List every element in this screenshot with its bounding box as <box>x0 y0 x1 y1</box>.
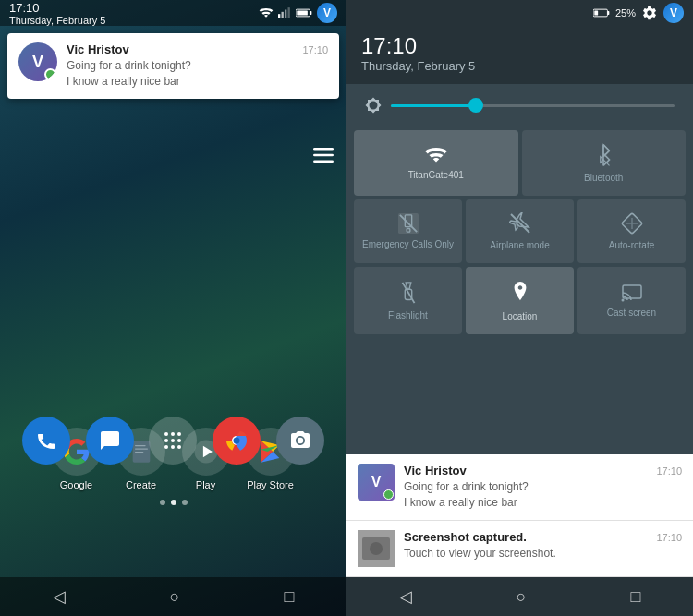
svg-point-16 <box>164 432 168 436</box>
dot-1 <box>160 500 165 505</box>
left-notif-header: Vic Hristov 17:10 <box>67 42 328 56</box>
right-notif-name-1: Vic Hristov <box>404 464 467 477</box>
right-notif-badge-1 <box>383 489 394 500</box>
tile-emergency[interactable]: Emergency Calls Only <box>354 199 462 263</box>
left-home-btn[interactable]: ○ <box>152 580 199 614</box>
left-panel: 17:10 Thursday, February 5 <box>0 0 346 616</box>
left-notif-message: Going for a drink tonight? I know a real… <box>67 58 328 90</box>
right-notif-avatar-1: V <box>358 464 395 501</box>
left-back-btn[interactable]: ◁ <box>34 579 84 614</box>
wifi-tile-icon <box>424 146 448 164</box>
right-panel: 25% V 17:10 Thursday, February 5 <box>346 0 693 616</box>
dock-messages[interactable] <box>86 417 134 465</box>
tile-cast[interactable]: Cast screen <box>578 267 686 334</box>
app-google-label: Google <box>60 479 92 490</box>
tiles-row-3: Flashlight Location <box>354 267 686 334</box>
tile-airplane[interactable]: Airplane mode <box>466 199 574 263</box>
tile-cast-label: Cast screen <box>607 308 656 318</box>
right-user-avatar[interactable]: V <box>663 3 684 23</box>
tile-flashlight[interactable]: Flashlight <box>354 267 462 334</box>
right-notif-card-2[interactable]: Screenshot captured. 17:10 Touch to view… <box>346 521 693 577</box>
right-notif-name-2: Screenshot captured. <box>404 530 527 544</box>
svg-rect-8 <box>313 148 334 151</box>
location-tile-icon <box>510 280 530 306</box>
right-notif-header-1: Vic Hristov 17:10 <box>404 464 682 477</box>
bluetooth-tile-icon <box>594 143 613 167</box>
svg-rect-39 <box>623 285 641 298</box>
left-notif-content: Vic Hristov 17:10 Going for a drink toni… <box>67 42 328 90</box>
tile-bluetooth[interactable]: Bluetooth <box>522 130 687 196</box>
right-status-icons: 25% V <box>593 3 684 23</box>
svg-point-21 <box>177 439 181 442</box>
svg-point-24 <box>177 445 181 449</box>
left-status-icons: V <box>259 3 337 23</box>
left-notif-avatar: V <box>18 42 57 81</box>
tile-emergency-label: Emergency Calls Only <box>362 239 454 249</box>
right-back-btn[interactable]: ◁ <box>381 579 431 614</box>
svg-rect-30 <box>594 10 598 15</box>
tile-bluetooth-label: Bluetooth <box>584 173 623 183</box>
svg-point-43 <box>370 542 383 555</box>
dot-3 <box>182 500 188 505</box>
right-notif-time-1: 17:10 <box>656 465 682 477</box>
dot-2 <box>171 500 176 505</box>
svg-rect-0 <box>278 14 280 18</box>
left-recents-btn[interactable]: □ <box>266 580 313 614</box>
left-notif-name: Vic Hristov <box>67 42 129 56</box>
svg-point-26 <box>234 438 240 444</box>
left-bottom-nav: ◁ ○ □ <box>0 577 346 616</box>
right-home-btn[interactable]: ○ <box>498 580 545 614</box>
tile-location[interactable]: Location <box>466 267 574 334</box>
svg-point-7 <box>47 71 54 78</box>
dock-camera[interactable] <box>276 417 324 465</box>
hamburger-icon[interactable] <box>313 148 334 163</box>
tiles-row-2: Emergency Calls Only Airplane mode <box>354 199 686 263</box>
svg-rect-9 <box>313 154 334 157</box>
right-notif-content-2: Screenshot captured. 17:10 Touch to view… <box>404 530 682 562</box>
tiles-area: TitanGate401 Bluetooth <box>346 127 693 454</box>
left-notif-time: 17:10 <box>302 44 328 55</box>
right-recents-btn[interactable]: □ <box>613 580 660 614</box>
svg-point-20 <box>171 439 175 442</box>
right-notif-avatar-2 <box>358 530 395 567</box>
svg-rect-3 <box>288 7 290 18</box>
right-battery-icon <box>593 7 610 18</box>
airplane-tile-icon <box>509 212 531 235</box>
svg-point-23 <box>171 445 175 449</box>
tile-autorotate[interactable]: Auto-rotate <box>578 199 686 263</box>
brightness-track[interactable] <box>391 104 675 107</box>
right-notif-content-1: Vic Hristov 17:10 Going for a drink toni… <box>404 464 682 511</box>
svg-rect-5 <box>310 11 311 15</box>
dots-indicator <box>160 500 188 505</box>
dock-chrome[interactable] <box>213 417 261 465</box>
tile-autorotate-label: Auto-rotate <box>609 240 654 250</box>
tile-wifi[interactable]: TitanGate401 <box>354 130 518 196</box>
right-notif-card-1[interactable]: V Vic Hristov 17:10 Going for a drink to… <box>346 454 693 521</box>
svg-rect-1 <box>282 12 284 18</box>
dock-apps[interactable] <box>149 417 197 465</box>
left-notification-card[interactable]: V Vic Hristov 17:10 Going for a drink to… <box>7 33 339 99</box>
battery-icon <box>296 7 312 18</box>
right-battery-text: 25% <box>615 7 636 18</box>
cast-tile-icon <box>621 284 643 302</box>
tile-location-label: Location <box>503 311 538 321</box>
dock-phone[interactable] <box>22 417 70 465</box>
brightness-row[interactable] <box>346 84 693 127</box>
brightness-fill <box>391 104 476 107</box>
settings-icon[interactable] <box>641 5 658 21</box>
signal-icon <box>278 7 291 18</box>
brightness-thumb[interactable] <box>468 98 483 113</box>
left-status-date: Thursday, February 5 <box>9 15 105 26</box>
app-play-store-label: Play Store <box>247 479 294 490</box>
right-header: 17:10 Thursday, February 5 <box>346 26 693 84</box>
right-notif-msg-1: Going for a drink tonight? I know a real… <box>404 479 682 511</box>
left-user-avatar[interactable]: V <box>317 3 337 23</box>
tile-wifi-label: TitanGate401 <box>408 170 464 180</box>
svg-point-40 <box>621 299 624 302</box>
right-time: 17:10 <box>361 33 678 59</box>
svg-rect-6 <box>297 10 308 15</box>
emergency-tile-icon <box>398 213 419 234</box>
dock <box>0 417 346 465</box>
svg-rect-29 <box>607 11 609 15</box>
right-status-bar: 25% V <box>346 0 693 26</box>
